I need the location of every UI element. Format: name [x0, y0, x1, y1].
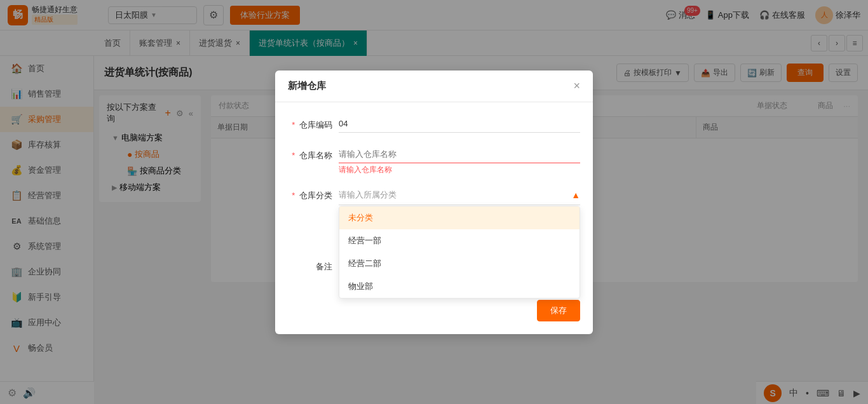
category-label: * 仓库分类 — [288, 185, 339, 206]
code-input[interactable] — [339, 115, 580, 133]
category-dropdown-list: 未分类 经营一部 经营二部 物业部 — [339, 206, 580, 299]
add-warehouse-dialog: 新增仓库 × * 仓库编码 * 仓库名称 — [275, 71, 593, 334]
code-label: * 仓库编码 — [288, 115, 339, 135]
dropdown-item-property[interactable]: 物业部 — [339, 275, 580, 298]
form-row-category: * 仓库分类 请输入所属分类 ▲ 未分类 经营一部 经营二部 物业部 — [288, 185, 580, 206]
dropdown-item-dept2[interactable]: 经营二部 — [339, 252, 580, 275]
name-label: * 仓库名称 — [288, 145, 339, 166]
dropdown-item-dept1[interactable]: 经营一部 — [339, 229, 580, 252]
form-row-name: * 仓库名称 请输入仓库名称 — [288, 145, 580, 175]
dialog-close-button[interactable]: × — [573, 79, 580, 93]
category-select[interactable]: 请输入所属分类 ▲ — [339, 185, 580, 205]
dialog-body: * 仓库编码 * 仓库名称 请输入仓库名称 — [275, 102, 593, 293]
name-error-msg: 请输入仓库名称 — [339, 165, 580, 175]
save-button[interactable]: 保存 — [537, 300, 580, 321]
dialog-header: 新增仓库 × — [275, 71, 593, 102]
category-select-text: 请输入所属分类 — [339, 189, 571, 201]
modal-overlay: 新增仓库 × * 仓库编码 * 仓库名称 — [0, 0, 868, 404]
category-dropdown-arrow: ▲ — [571, 190, 580, 200]
form-row-code: * 仓库编码 — [288, 115, 580, 135]
dialog-title: 新增仓库 — [288, 80, 326, 92]
remark-label: 备注 — [288, 257, 339, 277]
dropdown-item-unclassified[interactable]: 未分类 — [339, 206, 580, 229]
name-input[interactable] — [339, 145, 580, 163]
dialog-footer: 保存 — [275, 293, 593, 334]
